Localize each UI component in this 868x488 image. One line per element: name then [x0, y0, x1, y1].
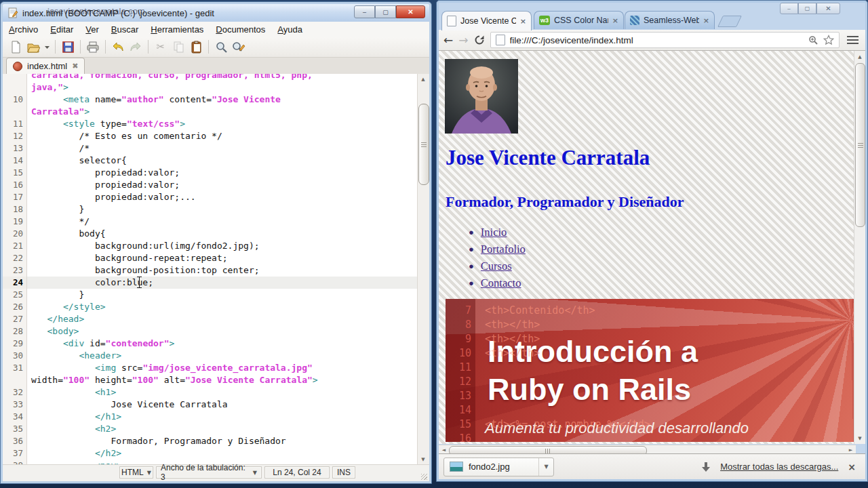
zoom-icon[interactable]	[808, 35, 818, 45]
show-all-downloads-link[interactable]: Mostrar todas las descargas...	[720, 462, 838, 472]
open-icon[interactable]	[25, 39, 41, 55]
menu-hamburger-icon[interactable]	[847, 36, 859, 44]
reload-icon[interactable]	[474, 35, 485, 45]
line-number: 23	[3, 264, 27, 277]
menu-buscar[interactable]: Buscar	[105, 23, 144, 36]
gedit-close-button[interactable]: ✕	[396, 5, 425, 18]
code-text[interactable]: </h2>	[27, 447, 417, 460]
url-text[interactable]: file:///C:/josevicente/index.html	[510, 35, 804, 45]
menu-herramientas[interactable]: Herramientas	[144, 23, 210, 36]
code-text[interactable]: <style type="text/css">	[27, 118, 417, 130]
tab-close-icon[interactable]: ✖	[72, 62, 78, 70]
editor-scrollbar-thumb[interactable]	[418, 104, 429, 185]
back-icon[interactable]: ←	[443, 35, 453, 46]
page-nav-list: ●Inicio●Portafolio●Cursos●Contacto	[469, 226, 526, 293]
code-text[interactable]: <img src="img/jose_vicente_carratala.jpg…	[27, 362, 417, 374]
code-text[interactable]: <h2>	[27, 423, 417, 435]
code-text[interactable]: <body>	[27, 325, 417, 338]
browser-tab-3[interactable]: Seamless-Web-Back×	[625, 11, 715, 29]
gedit-titlebar[interactable]: index.html (BOOTCAMP (C:) \josevicente) …	[3, 4, 429, 22]
page-vertical-scrollbar[interactable]: ▲ ▼	[854, 51, 865, 444]
code-text[interactable]: </style>	[27, 301, 417, 313]
nav-link-inicio[interactable]: Inicio	[481, 226, 507, 239]
scroll-down-icon[interactable]: ▼	[854, 433, 865, 443]
code-text[interactable]: <h1>	[27, 386, 417, 399]
code-text[interactable]: background-position:top center;	[27, 264, 417, 277]
menu-documentos[interactable]: Documentos	[210, 23, 271, 36]
code-text[interactable]: color:blue;	[27, 277, 417, 289]
download-filename[interactable]: fondo2.jpg	[469, 462, 538, 472]
address-bar[interactable]: file:///C:/josevicente/index.html	[490, 32, 840, 48]
code-text[interactable]: </h1>	[27, 411, 417, 423]
code-text[interactable]: Formador, Programador y Diseñador	[27, 435, 417, 447]
code-text[interactable]: <meta name="author" content="Jose Vicent…	[27, 94, 417, 106]
menu-archivo[interactable]: Archivo	[3, 23, 44, 36]
gedit-minimize-button[interactable]: –	[354, 5, 375, 18]
code-row: 21 background:url(img/fondo2.jpg);	[3, 240, 417, 252]
resize-grip[interactable]	[421, 474, 427, 480]
code-text[interactable]: selector{	[27, 155, 417, 167]
code-text[interactable]: /*	[27, 142, 417, 155]
nav-link-portafolio[interactable]: Portafolio	[481, 243, 526, 256]
code-text[interactable]: background:url(img/fondo2.jpg);	[27, 240, 417, 252]
download-bar-close-icon[interactable]: ×	[848, 462, 856, 472]
code-text[interactable]: background-repeat:repeat;	[27, 252, 417, 264]
code-text[interactable]: carratala, formación, curso, programador…	[27, 74, 417, 81]
code-text[interactable]: }	[27, 203, 417, 216]
code-text[interactable]: <div id="contenedor">	[27, 338, 417, 350]
scroll-up-icon[interactable]: ▲	[418, 74, 429, 84]
code-row: 27 </head>	[3, 313, 417, 325]
open-dropdown-icon[interactable]	[43, 39, 51, 55]
paste-icon[interactable]	[188, 39, 204, 55]
language-mode-dropdown[interactable]: HTML▼	[119, 466, 153, 479]
code-text[interactable]: propiedad:valor;	[27, 179, 417, 191]
code-editor[interactable]: carratala, formación, curso, programador…	[3, 74, 429, 464]
scroll-down-icon[interactable]: ▼	[418, 454, 429, 464]
new-document-icon[interactable]	[7, 39, 24, 55]
nav-link-cursos[interactable]: Cursos	[481, 260, 512, 273]
code-text[interactable]: propiedad:valor;...	[27, 191, 417, 203]
scroll-up-icon[interactable]: ▲	[854, 52, 865, 62]
code-text[interactable]: propiedad:valor;	[27, 167, 417, 179]
nav-link-contacto[interactable]: Contacto	[481, 277, 521, 290]
tab-close-icon[interactable]: ×	[520, 17, 526, 26]
code-text[interactable]: */	[27, 216, 417, 228]
tab-close-icon[interactable]: ×	[703, 16, 709, 25]
menu-editar[interactable]: Editar	[44, 23, 79, 36]
code-text[interactable]: Jose Vicente Carratala	[27, 399, 417, 411]
bookmark-star-icon[interactable]	[823, 35, 834, 45]
code-text[interactable]: Carratala">	[27, 106, 417, 118]
download-item[interactable]: fondo2.jpg ▼	[443, 458, 554, 476]
code-text[interactable]: width="100" height="100" alt="Jose Vicen…	[27, 374, 417, 386]
code-text[interactable]: /* Esto es un comentario */	[27, 130, 417, 142]
tab-close-icon[interactable]: ×	[612, 16, 618, 25]
redo-icon[interactable]	[127, 39, 144, 55]
code-text[interactable]: body{	[27, 228, 417, 240]
gedit-maximize-button[interactable]: ▢	[375, 5, 396, 18]
code-text[interactable]: </head>	[27, 313, 417, 325]
save-icon[interactable]	[60, 39, 76, 55]
browser-tab-1[interactable]: Jose Vicente Carratal×	[441, 11, 532, 30]
code-row: 18 }	[3, 203, 417, 216]
code-pane[interactable]: carratala, formación, curso, programador…	[3, 74, 417, 464]
code-text[interactable]: java,">	[27, 81, 417, 94]
editor-vertical-scrollbar[interactable]: ▲ ▼	[417, 74, 429, 464]
find-icon[interactable]	[213, 39, 229, 55]
copy-icon[interactable]	[170, 39, 186, 55]
tab-width-dropdown[interactable]: Ancho de la tabulación: 3▼	[156, 466, 262, 479]
browser-tab-2[interactable]: w3CSS Color Names×	[534, 11, 624, 29]
new-tab-button[interactable]	[717, 16, 742, 27]
undo-icon[interactable]	[110, 39, 126, 55]
page-scrollbar-thumb[interactable]	[855, 63, 865, 227]
course-banner[interactable]: Introducción a Ruby on Rails Aumenta tu …	[446, 299, 855, 442]
menu-ayuda[interactable]: Ayuda	[271, 23, 309, 36]
cut-icon[interactable]: ✂	[153, 39, 169, 55]
code-text[interactable]: <header>	[27, 350, 417, 362]
menu-ver[interactable]: Ver	[79, 23, 105, 36]
forward-icon[interactable]: →	[458, 35, 468, 46]
code-text[interactable]: }	[27, 289, 417, 301]
print-icon[interactable]	[85, 39, 101, 55]
find-replace-icon[interactable]	[231, 39, 247, 55]
download-item-dropdown[interactable]: ▼	[538, 458, 553, 476]
editor-tab-index-html[interactable]: index.html ✖	[6, 58, 85, 74]
